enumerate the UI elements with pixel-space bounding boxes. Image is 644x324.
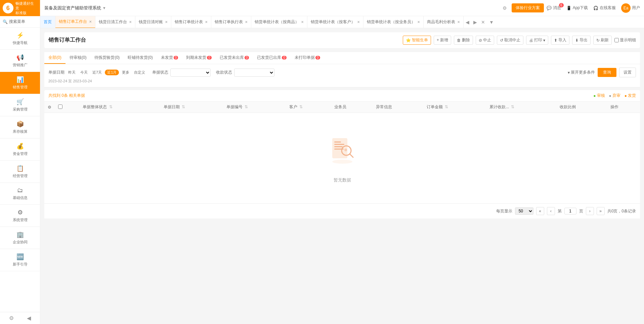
col-number[interactable]: 单据编号 ⇅ [223, 102, 286, 113]
sidebar-item-inventory[interactable]: 📦 库存核算 [0, 116, 40, 138]
set-btn[interactable]: 设置 [619, 68, 636, 77]
sidebar-item-purchase[interactable]: 🛒 采购管理 [0, 94, 40, 116]
pagination-first-btn[interactable]: « [536, 207, 544, 215]
online-service-btn[interactable]: 🎧 在线客服 [593, 5, 616, 11]
sidebar-item-sales[interactable]: 📊 销售管理 [0, 72, 40, 94]
tab-next-btn[interactable]: ▶ [471, 19, 479, 25]
tab-prev-btn[interactable]: ◀ [464, 19, 471, 25]
sidebar-item-quick[interactable]: ⚡ 快捷导航 [0, 28, 40, 50]
filter-tab-not-shipped[interactable]: 未发货0 [157, 52, 182, 64]
tab-cash-daily-close[interactable]: ✕ [129, 20, 132, 24]
tab-sales-exec-close[interactable]: ✕ [245, 20, 248, 24]
expand-more-btn[interactable]: ▾ 展开更多条件 [568, 70, 595, 75]
tab-by-customer-close[interactable]: ✕ [357, 20, 360, 24]
stop-btn[interactable]: ⊘ 中止 [476, 36, 494, 45]
col-collected[interactable]: 累计收款... ⇅ [486, 102, 556, 113]
date-7days-btn[interactable]: 近7天 [91, 70, 103, 75]
tab-by-product-close[interactable]: ✕ [301, 20, 304, 24]
tab-close-all-btn[interactable]: ✕ [479, 19, 487, 25]
tab-sales-by-customer[interactable]: 销货单统计表（按客户） ✕ [307, 16, 363, 28]
solution-btn[interactable]: 体验行业方案 [512, 3, 544, 12]
import-btn[interactable]: ⬆ 导入 [551, 36, 569, 45]
abandon-dot: ● [609, 93, 611, 98]
cancel-stop-btn[interactable]: ↺ 取消中止 [497, 36, 523, 45]
sidebar-item-operations[interactable]: 📋 经营管理 [0, 161, 40, 183]
pagination-last-btn[interactable]: » [597, 207, 605, 215]
settings-bottom-btn[interactable]: ⚙ [9, 315, 14, 321]
col-customer[interactable]: 客户 ⇅ [286, 102, 331, 113]
topbar-dropdown-icon[interactable]: ▾ [103, 5, 105, 10]
sidebar-item-basic-info[interactable]: 🗂 基础信息 [0, 183, 40, 205]
tab-sales-exec[interactable]: 销售订单执行表 ✕ [211, 16, 251, 28]
payment-select[interactable] [234, 69, 274, 77]
query-btn[interactable]: 查询 [598, 68, 616, 77]
tab-sales-stat[interactable]: 销售订单统计表 ✕ [171, 16, 211, 28]
tab-sales-by-product[interactable]: 销货单统计表（按商品） ✕ [251, 16, 307, 28]
filter-tab-pending-inspect[interactable]: 待拣货验货(0) [90, 52, 124, 64]
message-btn[interactable]: 💬 💬 6 消息 [547, 5, 561, 11]
collapse-btn[interactable]: ◀ [27, 315, 31, 321]
refresh-btn[interactable]: ↻ 刷新 [593, 36, 612, 45]
sidebar-item-finance[interactable]: 💰 资金管理 [0, 138, 40, 161]
page-input[interactable] [564, 208, 576, 214]
col-status[interactable]: 单据整体状态 ⇅ [79, 102, 160, 113]
ship-action-btn[interactable]: ● 发货 [625, 93, 636, 98]
delete-icon: 🗑 [457, 38, 461, 43]
print-btn[interactable]: 🖨 打印 ▾ [526, 36, 548, 45]
date-yesterday-btn[interactable]: 昨天 [67, 70, 77, 75]
filter-tab-shipped-not-out[interactable]: 已发货未出库0 [216, 52, 253, 64]
filter-tab-all[interactable]: 全部(0) [44, 52, 66, 64]
display-detail-checkbox[interactable]: 显示明细 [614, 37, 636, 43]
pagination-next-btn[interactable]: › [586, 207, 594, 215]
tab-sales-by-staff[interactable]: 销货单统计表（按业务员） ✕ [363, 16, 424, 28]
tab-cash-reconcile[interactable]: 钱货日清对账 ✕ [135, 16, 171, 28]
sidebar-search[interactable]: 🔍 搜索菜单 [0, 16, 40, 28]
filter-tab-wangpu[interactable]: 旺铺待发货(0) [124, 52, 157, 64]
svg-rect-4 [334, 146, 343, 147]
filter-tab-shipped-out[interactable]: 已发货已出库0 [253, 52, 291, 64]
tab-gross-margin-close[interactable]: ✕ [457, 20, 460, 24]
settings-col-icon[interactable]: ⚙ [48, 105, 51, 110]
per-page-select[interactable]: 50 10 20 100 [515, 207, 533, 215]
tab-cash-reconcile-close[interactable]: ✕ [165, 20, 168, 24]
tab-home[interactable]: 首页 [40, 16, 55, 28]
topbar-settings-btn[interactable]: ⚙ [501, 5, 509, 11]
tab-by-staff-close[interactable]: ✕ [417, 20, 420, 24]
date-1month-btn[interactable]: 近1月 [105, 70, 119, 75]
smart-generate-btn[interactable]: ⭐ 智能生单 [403, 36, 431, 45]
add-btn[interactable]: + 新增 [434, 36, 451, 45]
export-btn[interactable]: ⬇ 导出 [572, 36, 591, 45]
date-today-btn[interactable]: 今天 [79, 70, 89, 75]
select-all-checkbox[interactable] [58, 105, 62, 109]
col-amount[interactable]: 订单金额 ⇅ [423, 102, 486, 113]
sidebar: 6 畅捷通好生意 标准版 🔍 搜索菜单 ⚡ 快捷导航 📢 营销推广 📊 销售管理… [0, 0, 40, 324]
import-icon: ⬆ [554, 38, 557, 43]
tab-sales-stat-close[interactable]: ✕ [205, 20, 208, 24]
detail-checkbox-input[interactable] [614, 38, 619, 42]
tab-sales-order[interactable]: 销售订单工作台 ✕ [55, 16, 95, 28]
topbar-title: 装备及固定资产辅助管理系统 ▾ [44, 5, 498, 11]
sidebar-item-enterprise[interactable]: 🏢 企业协同 [0, 227, 40, 249]
abandon-action-btn[interactable]: ● 弃审 [609, 93, 620, 98]
tab-cash-daily[interactable]: 钱货日清工作台 ✕ [95, 16, 135, 28]
filter-tab-pending-review[interactable]: 待审核(0) [66, 52, 91, 64]
cancel-stop-icon: ↺ [500, 38, 503, 43]
col-date[interactable]: 单据日期 ⇅ [160, 102, 223, 113]
sidebar-item-guide[interactable]: 🆕 新手引导 [0, 249, 40, 271]
sidebar-item-system[interactable]: ⚙ 系统管理 [0, 205, 40, 227]
filter-tab-expired-not-shipped[interactable]: 到期未发货0 [182, 52, 216, 64]
user-menu[interactable]: Ea 用户 [621, 3, 640, 13]
app-download-btn[interactable]: 📱 App下载 [566, 5, 588, 11]
delete-btn[interactable]: 🗑 删除 [454, 36, 473, 45]
pagination-prev-btn[interactable]: ‹ [547, 207, 555, 215]
sidebar-item-marketing[interactable]: 📢 营销推广 [0, 50, 40, 72]
tab-sales-order-close[interactable]: ✕ [89, 20, 92, 24]
svg-rect-2 [334, 141, 341, 143]
tab-gross-margin[interactable]: 商品毛利分析表 ✕ [424, 16, 464, 28]
tab-menu-btn[interactable]: ▼ [487, 19, 496, 25]
filter-tab-not-printed[interactable]: 未打印单据0 [291, 52, 324, 64]
status-select[interactable] [170, 69, 211, 77]
date-custom-btn[interactable]: 自定义 [132, 70, 147, 75]
review-action-btn[interactable]: ● 审核 [593, 93, 605, 98]
date-more-btn[interactable]: 更多 [120, 70, 131, 75]
